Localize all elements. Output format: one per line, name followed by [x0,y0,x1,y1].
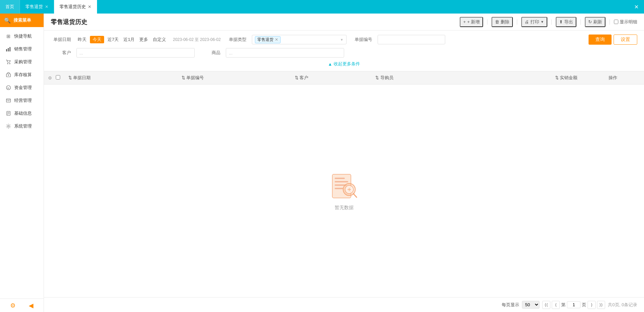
add-icon: + [463,19,466,24]
operations-icon [5,97,11,104]
query-button[interactable]: 查询 [589,35,612,45]
goods-placeholder: ... [229,50,341,55]
toolbar-sep-1 [487,19,487,25]
purchase-icon [5,59,11,65]
collapse-sidebar-icon[interactable]: ◀ [29,302,33,309]
tab-retail-return-history[interactable]: 零售退货历史 ✕ [54,0,97,14]
date-opt-more[interactable]: 更多 [138,36,149,43]
page-title: 零售退货历史 [51,18,87,26]
per-page-label: 每页显示 [502,302,519,308]
collapse-label: 收起更多条件 [334,61,360,67]
system-icon [5,123,11,129]
print-chevron-icon: ▼ [541,20,544,24]
main-layout: 🔍 搜索菜单 ⊞ 快捷导航 销售管理 采购管理 [0,14,644,312]
collapse-btn[interactable]: ▲ 收起更多条件 [51,61,637,67]
col-amount-label: ⇅ 实销金额 [555,75,578,80]
refresh-button[interactable]: ↻ 刷新 [585,17,605,27]
svg-rect-0 [6,49,7,51]
tab-retail-return[interactable]: 零售退货 ✕ [20,0,54,14]
doc-type-label: 单据类型 [226,37,246,43]
sidebar-item-sales-label: 销售管理 [14,46,32,52]
doc-type-tag-text: 零售退货 [257,37,273,43]
empty-state: 暂无数据 [44,85,644,297]
sidebar-item-operations[interactable]: 经营管理 [0,94,44,107]
tab-retail-return-history-label: 零售退货历史 [59,4,86,10]
page-last-btn[interactable]: ⟩⟩ [597,301,605,309]
top-bar: 首页 零售退货 ✕ 零售退货历史 ✕ ✕ [0,0,644,14]
add-label: + 新增 [467,19,480,25]
content-area: 零售退货历史 + + 新增 🗑 删除 🖨 打印 ▼ [44,14,644,312]
doc-number-input[interactable] [378,35,445,44]
doc-type-select[interactable]: 零售退货 ✕ ▼ [252,35,347,44]
sidebar-item-sales[interactable]: 销售管理 [0,43,44,55]
sidebar-item-basic-info-label: 基础信息 [14,110,32,116]
sidebar-item-basic-info[interactable]: 基础信息 [0,107,44,120]
col-customer: ⇅ 客户 [291,71,372,85]
page-input[interactable] [567,301,580,308]
date-opt-1month[interactable]: 近1月 [122,36,136,43]
toolbar: + + 新增 🗑 删除 🖨 打印 ▼ ⬆ 导出 [460,17,637,27]
sidebar-item-finance[interactable]: ¥ 资金管理 [0,81,44,94]
settings-bottom-icon[interactable]: ⚙ [10,302,16,309]
page-label: 第 [561,302,566,308]
col-action: 操作 [581,71,644,85]
customer-placeholder: ... [79,50,192,55]
col-guide: ⇅ 导购员 [371,71,468,85]
window-close-button[interactable]: ✕ [629,0,644,14]
export-icon: ⬆ [559,19,563,24]
svg-line-24 [353,194,357,197]
svg-rect-9 [6,99,10,102]
doc-type-tag-close[interactable]: ✕ [275,37,278,42]
col-guide-label: ⇅ 导购员 [375,75,393,80]
print-button[interactable]: 🖨 打印 ▼ [521,17,547,27]
add-button[interactable]: + + 新增 [460,17,483,27]
date-opt-today[interactable]: 今天 [90,36,104,43]
sidebar-search[interactable]: 🔍 搜索菜单 [0,14,44,27]
collapse-row: ▲ 收起更多条件 [51,61,637,67]
sidebar-item-system[interactable]: 系统管理 [0,120,44,133]
export-button[interactable]: ⬆ 导出 [556,17,576,27]
display-toggle[interactable]: 显示明细 [614,19,637,25]
finance-icon: ¥ [5,85,11,91]
tab-retail-return-close[interactable]: ✕ [45,4,48,9]
svg-rect-2 [9,47,10,51]
svg-rect-18 [335,178,345,179]
col-select-all: ⚙ [44,71,64,85]
delete-icon: 🗑 [495,19,499,24]
collapse-up-icon: ▲ [328,62,332,67]
col-action-label: 操作 [609,75,617,80]
sidebar-item-purchase[interactable]: 采购管理 [0,55,44,68]
quick-nav-icon: ⊞ [5,33,11,39]
sidebar-item-quick-nav[interactable]: ⊞ 快捷导航 [0,30,44,43]
export-label: 导出 [564,19,573,25]
basic-info-icon [5,110,11,116]
select-all-checkbox[interactable] [56,75,60,80]
svg-point-3 [7,63,8,64]
date-opt-7days[interactable]: 近7天 [106,36,120,43]
sidebar-search-label: 搜索菜单 [14,17,31,23]
svg-point-4 [9,63,10,64]
settings-icon[interactable]: ⚙ [48,75,52,81]
goods-input[interactable]: ... [226,48,344,58]
toolbar-sep-5 [610,19,610,25]
customer-input[interactable]: ... [76,48,195,58]
date-opt-yesterday[interactable]: 昨天 [76,36,88,43]
col-number-label: ⇅ 单据编号 [182,75,204,80]
tab-retail-return-history-close[interactable]: ✕ [88,4,91,9]
delete-button[interactable]: 🗑 删除 [492,17,513,27]
customer-label: 客户 [51,50,71,56]
settings-button[interactable]: 设置 [614,35,637,45]
page-prev-btn[interactable]: ⟨ [552,301,560,309]
display-toggle-checkbox[interactable] [614,20,618,24]
sidebar-item-operations-label: 经营管理 [14,97,32,104]
tab-home[interactable]: 首页 [0,0,20,14]
page-first-btn[interactable]: ⟨⟨ [542,301,550,309]
per-page-select[interactable]: 50 20 100 [522,301,540,309]
sidebar-item-inventory[interactable]: 库存核算 [0,68,44,81]
toolbar-sep-2 [517,19,517,25]
date-opt-custom[interactable]: 自定义 [151,36,167,43]
page-next-btn[interactable]: ⟩ [588,301,596,309]
sidebar-item-purchase-label: 采购管理 [14,59,32,65]
pagination: 每页显示 50 20 100 ⟨⟨ ⟨ 第 页 ⟩ ⟩⟩ 共0页, 0条记录 [44,297,644,312]
toolbar-sep-3 [551,19,552,25]
